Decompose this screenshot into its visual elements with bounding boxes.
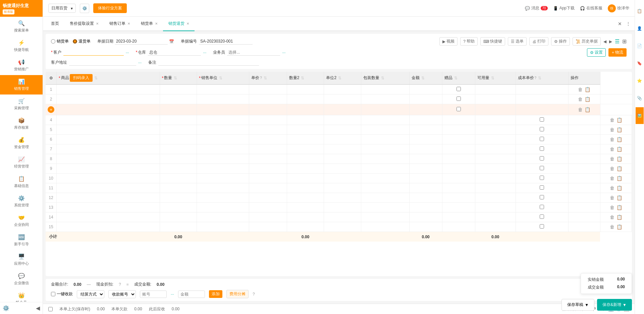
sidebar-item-finance[interactable]: 💰 资金管理	[0, 133, 43, 153]
tab-price-setting[interactable]: 售价提取设置 ✕	[64, 17, 104, 31]
copy-icon[interactable]: 📋	[616, 146, 622, 152]
salesman-input[interactable]	[227, 49, 280, 56]
gift-checkbox[interactable]	[540, 146, 544, 151]
cell-5-4[interactable]	[287, 125, 324, 135]
sidebar-item-sales[interactable]: 📊 销售管理	[0, 75, 43, 95]
cell-4-1[interactable]	[160, 115, 197, 125]
right-panel-item-7[interactable]: 🖼️	[636, 107, 644, 124]
calendar-icon[interactable]: 📅	[169, 39, 174, 44]
copy-icon[interactable]: 📋	[585, 97, 590, 102]
cell-7-6[interactable]	[361, 144, 409, 154]
tab-sales-order[interactable]: 销售订单 ✕	[104, 17, 136, 31]
cell-8-1[interactable]	[160, 154, 197, 164]
gift-checkbox[interactable]	[457, 87, 461, 91]
cell-12-7[interactable]	[409, 193, 442, 203]
copy-icon[interactable]: 📋	[616, 195, 622, 200]
amount-cell[interactable]	[409, 84, 442, 95]
copy-icon[interactable]: 📋	[616, 156, 622, 162]
gift-cell[interactable]	[516, 154, 569, 164]
cell-available-12[interactable]	[569, 193, 600, 203]
cell-9-6[interactable]	[361, 164, 409, 174]
cell-5-9[interactable]	[475, 125, 516, 135]
cell-6-3[interactable]	[249, 135, 287, 144]
gift-checkbox[interactable]	[540, 127, 544, 131]
gift-checkbox[interactable]	[540, 205, 544, 209]
sort-icon[interactable]: ⇅	[538, 76, 541, 80]
cell-10-0[interactable]	[57, 174, 160, 183]
qty2-cell[interactable]	[287, 104, 324, 115]
amount-cell[interactable]	[409, 104, 442, 115]
product-input[interactable]	[59, 107, 158, 112]
cell-4-5[interactable]	[324, 115, 361, 125]
cell-7-1[interactable]	[160, 144, 197, 154]
gift-checkbox[interactable]	[540, 166, 544, 170]
qty2-cell[interactable]	[287, 84, 324, 95]
price-cell[interactable]	[249, 84, 287, 95]
qty-cell[interactable]	[160, 84, 197, 95]
print-input[interactable]	[48, 307, 53, 311]
cell-13-9[interactable]	[475, 203, 516, 212]
cell-10-4[interactable]	[287, 174, 324, 183]
cell-15-8[interactable]	[442, 222, 475, 232]
print-checkbox[interactable]	[48, 307, 53, 311]
cell-14-5[interactable]	[324, 212, 361, 222]
sort-icon[interactable]: ⇅	[338, 76, 341, 80]
cell-11-2[interactable]	[197, 183, 249, 193]
cell-15-9[interactable]	[475, 222, 516, 232]
delete-icon[interactable]: 🗑	[610, 137, 614, 142]
cell-available-8[interactable]	[569, 154, 600, 164]
video-btn[interactable]: ▶ 视频	[439, 37, 458, 46]
remark-input[interactable]	[158, 59, 259, 66]
app-download-btn[interactable]: 📱 App下载	[553, 5, 575, 11]
radio-return[interactable]: 退货单	[73, 39, 91, 44]
cell-10-7[interactable]	[409, 174, 442, 183]
cell-15-4[interactable]	[287, 222, 324, 232]
gift-cell[interactable]	[442, 104, 475, 115]
cell-10-9[interactable]	[475, 174, 516, 183]
cell-available-13[interactable]	[569, 203, 600, 212]
delete-icon[interactable]: 🗑	[610, 156, 614, 162]
cell-4-0[interactable]	[57, 115, 160, 125]
cell-5-8[interactable]	[442, 125, 475, 135]
gift-checkbox[interactable]	[540, 117, 544, 122]
warehouse-input[interactable]	[148, 49, 201, 56]
cell-available-11[interactable]	[569, 183, 600, 193]
pkg-cell[interactable]	[361, 84, 409, 95]
address-input[interactable]	[69, 59, 136, 66]
cell-5-7[interactable]	[409, 125, 442, 135]
unit-cell[interactable]	[197, 84, 249, 95]
radio-return-input[interactable]	[73, 39, 77, 44]
user-avatar[interactable]: 徐 徐泽华	[608, 4, 629, 12]
cell-9-7[interactable]	[409, 164, 442, 174]
tab-close-icon[interactable]: ✕	[155, 22, 158, 25]
cell-available-5[interactable]	[569, 125, 600, 135]
warehouse-more-icon[interactable]: ···	[203, 50, 206, 55]
price-cell[interactable]	[249, 104, 287, 115]
cell-12-0[interactable]	[57, 193, 160, 203]
industry-select[interactable]: 日用百货 ▼	[48, 4, 76, 13]
cell-11-0[interactable]	[57, 183, 160, 193]
sidebar-item-marketing[interactable]: 📢 营销推广	[0, 56, 43, 75]
help-btn[interactable]: ? 帮助	[460, 37, 478, 46]
cell-5-2[interactable]	[197, 125, 249, 135]
help-circle-icon4[interactable]: ?	[253, 292, 255, 297]
price-cell[interactable]	[249, 95, 287, 104]
cell-14-3[interactable]	[249, 212, 287, 222]
sidebar-item-guide[interactable]: 🆕 新手引导	[0, 231, 43, 250]
copy-icon[interactable]: 📋	[585, 87, 590, 92]
cell-4-7[interactable]	[409, 115, 442, 125]
print-btn[interactable]: 🖨 打印	[529, 37, 548, 46]
cell-10-5[interactable]	[324, 174, 361, 183]
unit-cell[interactable]	[197, 95, 249, 104]
copy-icon[interactable]: 📋	[616, 166, 622, 171]
cell-8-0[interactable]	[57, 154, 160, 164]
settings-btn[interactable]: ⚙ 设置	[587, 48, 606, 57]
gift-cell[interactable]	[516, 135, 569, 144]
cell-13-0[interactable]	[57, 203, 160, 212]
cell-13-4[interactable]	[287, 203, 324, 212]
cell-13-8[interactable]	[442, 203, 475, 212]
gift-checkbox[interactable]	[540, 214, 544, 219]
sort-icon[interactable]: ⇅	[454, 76, 458, 80]
help-circle-icon3[interactable]: ?	[119, 282, 121, 287]
gift-cell[interactable]	[516, 183, 569, 193]
